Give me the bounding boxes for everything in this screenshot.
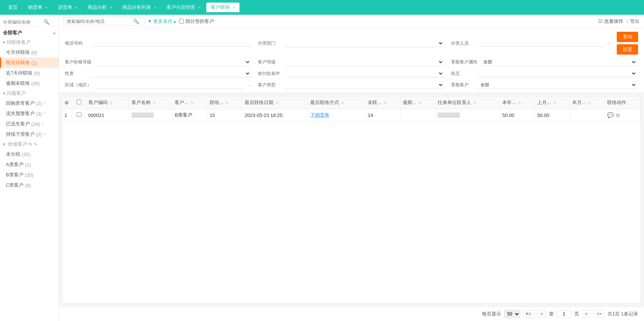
close-sales-tab[interactable]: × <box>45 5 48 10</box>
sort-icon-contact[interactable]: ⇅ <box>225 101 228 105</box>
th-last-month[interactable]: 上月... ⇅ <box>535 96 570 109</box>
sidebar-item-declining[interactable]: 持续下滑客户 (2) ? <box>0 129 59 139</box>
settings-button[interactable]: 设置 <box>617 44 638 55</box>
customer-type-select[interactable] <box>286 82 444 88</box>
sidebar-item-churn-warning[interactable]: 流失预警客户 (3) ? <box>0 108 59 119</box>
sidebar-item-tomorrow-pending[interactable]: 明天待联络 (1) <box>0 58 59 68</box>
td-checkbox[interactable] <box>74 109 86 121</box>
nature-select-wrapper[interactable] <box>91 70 252 77</box>
select-all-checkbox[interactable] <box>77 100 81 104</box>
th-settings[interactable]: ⚙ <box>62 96 74 109</box>
sort-icon-overdue[interactable]: ⇅ <box>419 101 421 105</box>
message-icon[interactable]: 💬 <box>607 112 613 118</box>
manager-more-icon[interactable]: ··· <box>607 41 611 46</box>
sort-icon-date[interactable]: ⇅ <box>276 101 279 105</box>
price-level-select[interactable] <box>96 59 251 65</box>
th-current-year[interactable]: 本年... ⇅ <box>500 96 535 109</box>
edit-icon[interactable]: ✎ <box>34 142 37 147</box>
th-customer-name[interactable]: 客户名称 ⇅ <box>129 96 172 109</box>
page-size-select[interactable]: 50 <box>504 310 520 318</box>
close-product-analysis-tab[interactable]: × <box>110 5 112 10</box>
price-level-select-wrapper[interactable] <box>94 58 252 66</box>
close-contact-tab[interactable]: × <box>233 5 235 10</box>
sidebar-search-bar[interactable]: 🔍 <box>0 18 59 27</box>
sidebar-item-class-a[interactable]: A类客户 (1) <box>0 159 59 170</box>
nav-customer-segment[interactable]: 客户分层经营 × <box>162 3 205 12</box>
customer-level-select[interactable] <box>286 59 444 65</box>
dept-select[interactable] <box>286 40 444 46</box>
help-icon-1[interactable]: ? <box>43 101 46 106</box>
prev-page-button[interactable]: < <box>538 310 546 318</box>
th-checkbox[interactable] <box>74 96 86 109</box>
sort-icon-current-month[interactable]: ⇅ <box>588 101 591 105</box>
phone-input[interactable] <box>91 40 252 47</box>
payment-select[interactable] <box>286 70 444 76</box>
sidebar-item-7days-pending[interactable]: 近7天待联络 (0) <box>0 68 59 78</box>
sort-icon-method[interactable]: ⇅ <box>341 101 344 105</box>
search-input[interactable] <box>67 19 133 24</box>
nav-home[interactable]: 首页 <box>4 3 22 12</box>
manager-input[interactable] <box>477 40 604 47</box>
next-page-button[interactable]: > <box>582 310 591 318</box>
last-method-link[interactable]: 下销货单 <box>310 112 329 118</box>
th-customer-code[interactable]: 客户编码 ⇅ <box>86 96 129 109</box>
row-checkbox[interactable] <box>77 112 81 117</box>
sidebar-item-ungrouped[interactable]: 未分组 (32) <box>0 149 59 159</box>
th-customer-type[interactable]: 客户... ⇅ <box>172 96 207 109</box>
sidebar-item-abnormal-repurchase[interactable]: 回购异常客户 (2) ? <box>0 98 59 108</box>
th-current-month[interactable]: 本月... ⇅ <box>570 96 605 109</box>
retail-attr-select[interactable]: 全部 <box>482 59 637 65</box>
nature-select[interactable] <box>93 70 251 76</box>
th-uncontacted[interactable]: 未联... ⇅ <box>365 96 400 109</box>
nav-product-analysis[interactable]: 商品分析 × <box>83 3 116 12</box>
region-input[interactable] <box>94 82 245 89</box>
all-customers-header[interactable]: 全部客户 « <box>0 28 59 38</box>
help-icon-4[interactable]: ? <box>43 132 46 137</box>
status-select-wrapper[interactable] <box>477 70 638 77</box>
sort-icon-name[interactable]: ⇅ <box>153 101 156 105</box>
first-page-button[interactable]: K< <box>523 310 535 318</box>
sidebar-item-overdue-pending[interactable]: 逾期未联络 (30) <box>0 78 59 89</box>
nav-product-analysis-list[interactable]: 商品分析列表 × <box>118 3 161 12</box>
retail-attr-select-wrapper[interactable]: 全部 <box>480 58 638 66</box>
sidebar-item-today-pending[interactable]: 今天待联络 (0) <box>0 47 59 58</box>
customer-type-select-wrapper[interactable] <box>284 81 445 89</box>
sidebar-search-input[interactable] <box>3 20 43 25</box>
sidebar-item-class-c[interactable]: C类客户 (6) <box>0 180 59 190</box>
th-contact-count[interactable]: 联络... ⇅ <box>207 96 242 109</box>
close-product-list-tab[interactable]: × <box>154 5 156 10</box>
page-number-input[interactable] <box>557 310 571 318</box>
th-contact-person[interactable]: 往来单位联系人 ⇅ <box>435 96 500 109</box>
sidebar-search-icon[interactable]: 🔍 <box>43 19 49 25</box>
more-filters-button[interactable]: ▼ 更多条件 ▴ <box>147 18 176 25</box>
nav-sales[interactable]: 销货单 × <box>24 3 52 12</box>
customer-level-select-wrapper[interactable] <box>284 58 445 66</box>
retail-customer-select[interactable]: 全部 <box>479 82 637 88</box>
status-select[interactable] <box>479 70 637 76</box>
td-row-actions[interactable]: 💬 ⊞ <box>605 109 640 121</box>
sort-icon-uncontacted[interactable]: ⇅ <box>384 101 386 105</box>
help-icon-2[interactable]: ? <box>43 111 46 116</box>
last-page-button[interactable]: >> <box>594 310 605 318</box>
td-name[interactable] <box>129 109 172 121</box>
payment-select-wrapper[interactable] <box>284 70 445 77</box>
batch-operation-button[interactable]: ☑ 批量操作 <box>598 18 623 25</box>
my-customers-checkbox-label[interactable]: 我分管的客户 <box>179 18 214 25</box>
search-icon[interactable]: 🔍 <box>133 18 139 24</box>
th-overdue[interactable]: 逾期... ⇅ <box>400 96 435 109</box>
td-last-method[interactable]: 下销货单 <box>308 109 365 121</box>
close-segment-tab[interactable]: × <box>198 5 200 10</box>
region-more-icon[interactable]: ··· <box>248 83 252 88</box>
sidebar-item-class-b[interactable]: B类客户 (33) <box>0 170 59 180</box>
search-box[interactable]: 🔍 <box>63 17 144 25</box>
help-icon-3[interactable]: ? <box>41 122 43 126</box>
collapse-icon[interactable]: « <box>53 30 56 36</box>
th-last-contact-method[interactable]: 最后联络方式 ⇅ <box>308 96 365 109</box>
sort-icon-last-month[interactable]: ⇅ <box>553 101 556 105</box>
sidebar-item-churned[interactable]: 已流失客户 (24) ? <box>0 119 59 129</box>
sort-icon-type[interactable]: ⇅ <box>190 101 193 105</box>
nav-purchase[interactable]: 进货单 × <box>53 3 82 12</box>
nav-customer-contact[interactable]: 客户联络 × <box>206 3 239 12</box>
sort-icon-person[interactable]: ⇅ <box>473 101 476 105</box>
my-customers-checkbox[interactable] <box>179 19 184 24</box>
